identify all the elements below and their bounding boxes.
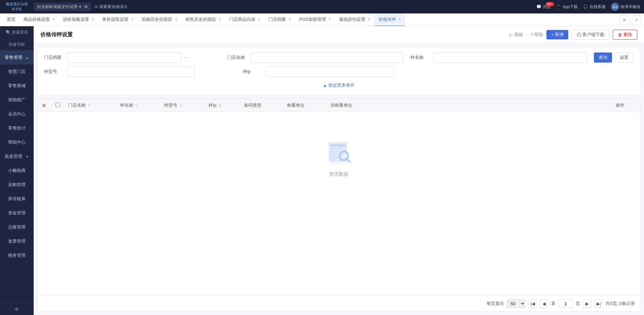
sidebar-item-ledger[interactable]: 总账管理 (0, 220, 34, 234)
divider: | (526, 32, 527, 37)
tab-sale-history[interactable]: 销售历史价跟踪 × (181, 13, 225, 26)
sort-icon-scale-model[interactable]: ⇅ (180, 104, 182, 107)
last-page-button[interactable]: ▶| (594, 299, 603, 308)
sidebar-item-retail[interactable]: 零售管理 ▲ (0, 50, 34, 65)
filter-row-1: 门店档案 ··· 门店名称 秤名称 查询 设置 (44, 53, 634, 63)
table-area: ⚙ 门店名称 ⇅ 秤名称 ⇅ (37, 99, 641, 312)
add-button[interactable]: + 新增 (546, 30, 568, 39)
user-menu[interactable]: Ea 徐泽华修改 (611, 3, 641, 11)
tab-min-discount[interactable]: 最低折扣设置 × (335, 13, 374, 26)
query-button[interactable]: 查询 (594, 53, 612, 63)
tab-store-profile[interactable]: 门店档案 × (264, 13, 295, 26)
sidebar-quick-nav-label: 快捷导航 (9, 42, 25, 47)
sidebar-item-tax[interactable]: 税务管理 (0, 248, 34, 262)
tab-purchase-strategy[interactable]: 进价策略设置 × (59, 13, 98, 26)
sidebar-quick-nav[interactable]: 快捷导航 (0, 39, 34, 50)
sort-icon-scale-ip[interactable]: ⇅ (219, 104, 221, 107)
scale-ip-input[interactable] (266, 67, 394, 77)
sidebar-item-smart-store[interactable]: 智慧门店 (0, 65, 34, 79)
svg-point-8 (342, 153, 346, 158)
sidebar-settings-button[interactable]: ⚙ (0, 303, 34, 315)
tab-sale-history-label: 销售历史价跟踪 (185, 16, 216, 23)
tab-home[interactable]: 首页 (3, 13, 20, 26)
demo-link[interactable]: ⊙ 我要看实例演示 (95, 4, 128, 10)
sidebar-search[interactable]: 🔍 搜索菜单 (0, 26, 34, 39)
svg-rect-2 (330, 144, 346, 146)
settings-icon[interactable]: ⚙ (84, 4, 88, 9)
delete-button[interactable]: 🗑 删除 (613, 30, 637, 40)
video-link[interactable]: ▷ 视频 (509, 32, 523, 38)
version-select[interactable]: 好业财标准版交付试用 ▾ ⚙ (34, 3, 91, 11)
sidebar-item-purchase-label: 采购管理 (8, 182, 26, 188)
tab-pos[interactable]: POS加密管理 × (295, 13, 335, 26)
settings-icon: ⚙ (15, 307, 19, 312)
scale-model-input[interactable] (67, 67, 195, 77)
filter-store-name: 门店名称 (227, 53, 404, 63)
logo-sub: 标准版 (12, 7, 22, 11)
sidebar-item-purchase[interactable]: 采购管理 (0, 178, 34, 192)
store-profile-input[interactable] (67, 53, 181, 63)
scale-ip-label: 秤ip (243, 69, 263, 75)
tab-price-scale-close[interactable]: × (399, 17, 401, 22)
sidebar-item-retail-mall[interactable]: 零售商城 (0, 79, 34, 93)
tab-purchase-history-close[interactable]: × (175, 17, 177, 22)
col-settings: ⚙ (37, 99, 51, 112)
download-button[interactable]: 凸 客户端下载 (572, 30, 609, 40)
tab-home-label: 首页 (7, 16, 15, 23)
table-head: ⚙ 门店名称 ⇅ 秤名称 ⇅ (37, 99, 640, 112)
first-page-button[interactable]: |◀ (528, 299, 537, 308)
messages-button[interactable]: 💬 消息 99+ (536, 4, 551, 10)
sidebar-item-member[interactable]: 会员中心 (0, 107, 34, 121)
empty-state: 暂无数据 (37, 112, 640, 204)
column-settings-icon[interactable]: ⚙ (42, 103, 46, 108)
next-page-button[interactable]: ▶ (583, 299, 592, 308)
col-store-name-label: 门店名称 (68, 103, 86, 108)
sidebar-item-finance[interactable]: 资金管理 (0, 206, 34, 220)
page-number-input[interactable] (558, 299, 573, 308)
sidebar-item-marketing[interactable]: 营销推广 (0, 93, 34, 107)
per-page-select[interactable]: 50 20 100 (507, 299, 526, 308)
collapse-button[interactable]: ▲ 收起更多条件 (323, 81, 355, 90)
tab-store-profile-close[interactable]: × (289, 17, 291, 22)
sidebar-item-inventory[interactable]: 库存核算 (0, 192, 34, 206)
prev-page-button[interactable]: ◀ (540, 299, 548, 308)
col-non-weight-unit: 非称重单位 (326, 99, 612, 112)
col-weight-unit: 称重单位 (283, 99, 326, 112)
tab-product-price-close[interactable]: × (52, 17, 55, 22)
tab-purchase-history[interactable]: 采购历史价跟踪 × (138, 13, 181, 26)
tab-min-discount-close[interactable]: × (368, 17, 370, 22)
select-all-checkbox[interactable] (56, 103, 60, 107)
main-layout: 🔍 搜索菜单 快捷导航 零售管理 ▲ 智慧门店 零售商城 营销推广 会员中心 零… (0, 26, 644, 315)
col-weight-unit-label: 称重单位 (287, 103, 305, 108)
tab-pos-close[interactable]: × (329, 17, 331, 22)
sidebar-item-ecommerce[interactable]: 小畅电商 (0, 164, 34, 178)
store-profile-expand[interactable]: ··· (184, 55, 188, 61)
tab-price-scale[interactable]: 价格传秤 × (374, 13, 405, 26)
online-service-button[interactable]: 🎧 在线客服 (583, 4, 606, 10)
store-name-input[interactable] (250, 53, 404, 63)
sidebar-item-wholesale[interactable]: 批发管理 ▼ (0, 149, 34, 164)
tab-sale-extract[interactable]: 售价提取设置 × (98, 13, 138, 26)
scale-name-input[interactable] (433, 53, 587, 63)
tab-close-button[interactable]: ✕ (620, 15, 629, 25)
tab-sale-extract-close[interactable]: × (131, 17, 134, 22)
tab-expand-button[interactable]: ⤢ (632, 15, 641, 25)
video-icon: ▷ (509, 32, 513, 37)
sidebar-item-wholesale-label: 批发管理 (5, 153, 22, 160)
tab-store-catalog-close[interactable]: × (258, 17, 260, 22)
sidebar-item-retail-stats[interactable]: 零售统计 (0, 121, 34, 135)
app-download-label: App下载 (563, 4, 578, 10)
app-download-button[interactable]: 📱 App下载 (556, 4, 578, 10)
tab-sale-history-close[interactable]: × (219, 17, 221, 22)
sidebar-item-help[interactable]: 帮助中心 (0, 135, 34, 149)
sort-icon-scale-name[interactable]: ⇅ (135, 104, 138, 107)
trash-icon: 🗑 (618, 32, 622, 37)
help-link[interactable]: ? 帮助 (531, 32, 543, 38)
filter-scale-name: 秤名称 (410, 53, 587, 63)
tab-product-price[interactable]: 商品价格设置 × (20, 13, 59, 26)
sidebar-item-invoice[interactable]: 发票管理 (0, 234, 34, 248)
sort-icon-store-name[interactable]: ⇅ (88, 104, 91, 107)
tab-store-catalog[interactable]: 门店商品目录 × (225, 13, 264, 26)
settings-button[interactable]: 设置 (615, 53, 634, 63)
tab-purchase-strategy-close[interactable]: × (92, 17, 94, 22)
